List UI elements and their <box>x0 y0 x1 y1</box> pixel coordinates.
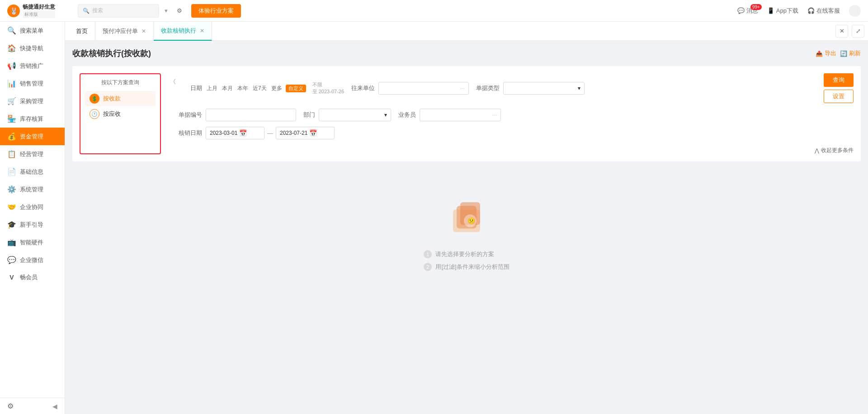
message-button[interactable]: 💬 消息 99+ <box>737 7 758 15</box>
logo-icon: 🐰 <box>7 5 20 17</box>
inventory-icon: 🏪 <box>7 114 16 123</box>
top-bar-right: 💬 消息 99+ 📱 App下载 🎧 在线客服 <box>737 5 861 17</box>
tab-bar-actions: ✕ ⤢ <box>835 25 864 38</box>
search-icon: 🔍 <box>7 26 16 35</box>
sidebar-item-search-menu[interactable]: 🔍 搜索菜单 <box>0 22 65 39</box>
tab-prepay[interactable]: 预付冲应付单 ✕ <box>95 22 154 41</box>
date-label: 日期 <box>177 84 202 92</box>
doc-type-select[interactable]: ▾ <box>503 82 585 95</box>
logo-edition: 标准版 <box>23 11 55 18</box>
tab-close-all-icon[interactable]: ✕ <box>835 25 848 38</box>
verify-date-end-input[interactable]: 2023-07-21 📅 <box>276 127 335 139</box>
sidebar-item-marketing[interactable]: 📢 营销推广 <box>0 57 65 75</box>
verify-date-label: 核销日期 <box>177 129 202 137</box>
home-icon: 🏠 <box>7 44 16 52</box>
page-header: 收款核销执行(按收款) 📤 导出 🔄 刷新 <box>72 48 861 59</box>
tab-receipt-verify[interactable]: 收款核销执行 ✕ <box>154 22 212 41</box>
filter-row-1: 日期 上月 本月 本年 近7天 更多 自定义 不限 至 <box>177 73 854 103</box>
sidebar-item-operations[interactable]: 📋 经营管理 <box>0 145 65 163</box>
salesman-label: 业务员 <box>398 111 416 119</box>
empty-state: 😕 1 请先选择要分析的方案 2 用[过滤]条件来缩小分析范围 <box>72 169 861 298</box>
sidebar-item-wechat[interactable]: 💬 企业微信 <box>0 251 65 269</box>
sidebar-item-member[interactable]: V 畅会员 <box>0 269 65 286</box>
tip-num-1: 1 <box>424 250 432 258</box>
collapse-more-btn[interactable]: ⋀ 收起更多条件 <box>177 147 854 154</box>
tab-home[interactable]: 首页 <box>69 22 95 41</box>
system-icon: ⚙️ <box>7 185 16 194</box>
sidebar-item-hardware[interactable]: 📺 智能硬件 <box>0 233 65 251</box>
hardware-icon: 📺 <box>7 238 16 247</box>
dropdown-chevron-icon[interactable]: ▾ <box>165 7 168 14</box>
sidebar-item-system[interactable]: ⚙️ 系统管理 <box>0 181 65 198</box>
search-box[interactable]: 🔍 搜索 <box>78 4 159 18</box>
online-service-button[interactable]: 🎧 在线客服 <box>807 7 840 15</box>
tab-close-prepay[interactable]: ✕ <box>142 28 146 34</box>
query-button[interactable]: 查询 <box>824 73 854 87</box>
operations-icon: 📋 <box>7 150 16 158</box>
sidebar-item-sales[interactable]: 📊 销售管理 <box>0 75 65 92</box>
empty-tip-2: 2 用[过滤]条件来缩小分析范围 <box>424 263 509 271</box>
calendar-start-icon: 📅 <box>239 129 247 137</box>
dept-field: 部门 ▾ <box>303 109 391 121</box>
sidebar: 🔍 搜索菜单 🏠 快捷导航 📢 营销推广 📊 销售管理 🛒 采购管理 🏪 库存核… <box>0 22 65 414</box>
doc-type-field: 单据类型 ▾ <box>476 82 585 95</box>
tab-bar: 首页 预付冲应付单 ✕ 收款核销执行 ✕ ✕ ⤢ <box>65 22 868 41</box>
filter-row-2: 单据编号 部门 ▾ 业务员 <box>177 109 854 121</box>
date-hint: 不限 <box>312 81 344 88</box>
sidebar-item-enterprise[interactable]: 🤝 企业协同 <box>0 198 65 216</box>
svg-text:😕: 😕 <box>467 217 476 225</box>
sidebar-item-quick-nav[interactable]: 🏠 快捷导航 <box>0 39 65 57</box>
export-icon: 📤 <box>816 50 823 57</box>
tab-expand-icon[interactable]: ⤢ <box>852 25 864 38</box>
verify-date-start-input[interactable]: 2023-03-01 📅 <box>206 127 264 139</box>
tab-close-receipt-verify[interactable]: ✕ <box>200 28 204 34</box>
page-content: 收款核销执行(按收款) 📤 导出 🔄 刷新 按以下方案查询 <box>65 41 868 414</box>
date-range-separator: — <box>267 130 273 137</box>
date-btn-more[interactable]: 更多 <box>270 85 283 92</box>
page-header-actions: 📤 导出 🔄 刷新 <box>816 49 861 57</box>
collapse-sidebar-icon[interactable]: ◀ <box>52 403 57 410</box>
doc-no-label: 单据编号 <box>177 111 202 119</box>
gear-icon[interactable]: ⚙ <box>173 5 186 17</box>
sidebar-item-guide[interactable]: 🎓 新手引导 <box>0 216 65 233</box>
wechat-icon: 💬 <box>7 256 16 264</box>
content-area: 首页 预付冲应付单 ✕ 收款核销执行 ✕ ✕ ⤢ 收款核销执行(按收款) <box>65 22 868 414</box>
basic-icon: 📄 <box>7 167 16 176</box>
export-button[interactable]: 📤 导出 <box>816 49 836 57</box>
filter-collapse-icon[interactable]: 《 <box>168 78 177 86</box>
counterparty-field: 往来单位 ··· <box>351 82 469 95</box>
empty-illustration: 😕 <box>444 196 489 241</box>
salesman-input[interactable]: ··· <box>420 109 501 121</box>
date-btn-this-month[interactable]: 本月 <box>221 85 234 92</box>
sidebar-item-basic[interactable]: 📄 基础信息 <box>0 163 65 181</box>
sidebar-item-inventory[interactable]: 🏪 库存核算 <box>0 110 65 128</box>
date-btn-custom[interactable]: 自定义 <box>286 85 306 92</box>
setting-button[interactable]: 设置 <box>824 90 854 103</box>
empty-tip-1: 1 请先选择要分析的方案 <box>424 250 509 258</box>
dept-select[interactable]: ▾ <box>319 109 391 121</box>
doc-type-label: 单据类型 <box>476 84 500 92</box>
doc-no-input[interactable] <box>206 109 296 121</box>
avatar[interactable] <box>849 5 861 17</box>
receipt-icon: 💲 <box>90 94 99 104</box>
refresh-button[interactable]: 🔄 刷新 <box>840 49 861 57</box>
tip-num-2: 2 <box>424 263 432 271</box>
filter-scheme-panel: 按以下方案查询 💲 按收款 🕐 按应收 <box>80 73 161 154</box>
doc-no-field: 单据编号 <box>177 109 296 121</box>
filter-option-by-receivable[interactable]: 🕐 按应收 <box>85 106 156 122</box>
main-layout: 🔍 搜索菜单 🏠 快捷导航 📢 营销推广 📊 销售管理 🛒 采购管理 🏪 库存核… <box>0 22 868 414</box>
calendar-end-icon: 📅 <box>309 129 317 137</box>
date-btn-7days[interactable]: 近7天 <box>252 85 268 92</box>
trial-button[interactable]: 体验行业方案 <box>191 4 241 18</box>
app-download-button[interactable]: 📱 App下载 <box>767 7 798 15</box>
collapse-more-icon: ⋀ <box>815 148 819 154</box>
sidebar-item-purchase[interactable]: 🛒 采购管理 <box>0 92 65 110</box>
headset-icon: 🎧 <box>807 7 815 14</box>
sidebar-item-finance[interactable]: 💰 资金管理 <box>0 128 65 145</box>
settings-icon[interactable]: ⚙ <box>7 402 14 410</box>
date-btn-this-year[interactable]: 本年 <box>236 85 249 92</box>
date-btn-last-month[interactable]: 上月 <box>206 85 218 92</box>
phone-icon: 📱 <box>767 7 774 14</box>
filter-option-by-receipt[interactable]: 💲 按收款 <box>85 91 156 106</box>
counterparty-input[interactable]: ··· <box>378 82 469 95</box>
